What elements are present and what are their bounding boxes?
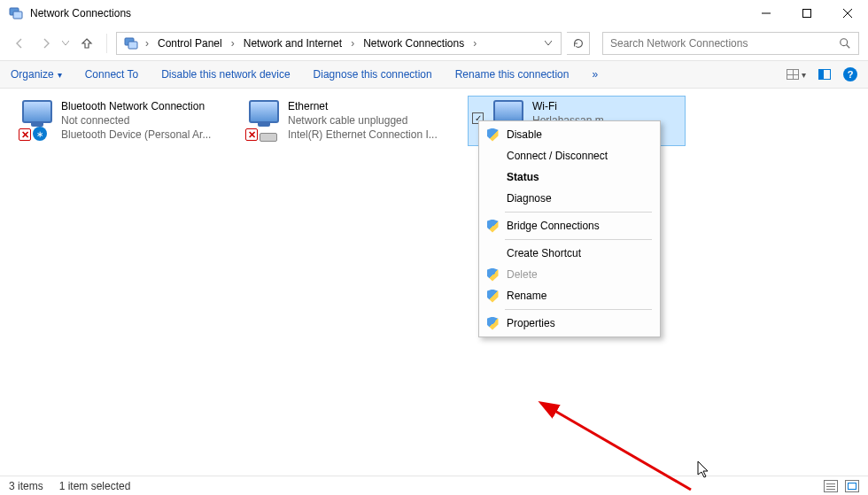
context-menu-item[interactable]: Connect / Disconnect — [482, 145, 657, 166]
shield-icon — [485, 267, 500, 282]
svg-line-9 — [847, 45, 850, 49]
shield-icon — [485, 316, 500, 330]
context-menu-item[interactable]: Disable — [482, 124, 657, 145]
context-menu-label: Diagnose — [507, 192, 552, 205]
connection-name: Wi-Fi — [532, 100, 604, 113]
location-icon — [124, 36, 138, 50]
context-menu-label: Rename — [507, 290, 546, 302]
connections-list: ✕∗Bluetooth Network ConnectionNot connec… — [14, 96, 854, 146]
content-area: ✕∗Bluetooth Network ConnectionNot connec… — [0, 89, 868, 476]
chevron-right-icon[interactable]: › — [142, 37, 152, 50]
context-menu-label: Create Shortcut — [507, 247, 581, 259]
monitor-icon — [249, 100, 279, 123]
separator — [505, 239, 652, 240]
organize-label: Organize — [11, 68, 54, 81]
connection-icon: ✕ — [245, 100, 283, 139]
context-menu-item[interactable]: Rename — [482, 285, 657, 306]
address-bar: › Control Panel › Network and Internet ›… — [0, 27, 868, 60]
connection-name: Ethernet — [288, 100, 438, 113]
context-menu: DisableConnect / DisconnectStatusDiagnos… — [478, 120, 661, 337]
svg-point-8 — [841, 39, 848, 46]
context-menu-item: Delete — [482, 264, 657, 285]
crumb-network-internet[interactable]: Network and Internet — [238, 35, 347, 52]
connection-status: Not connected — [61, 114, 211, 128]
icon-slot — [485, 170, 500, 184]
context-menu-label: Connect / Disconnect — [507, 150, 608, 162]
breadcrumb-dropdown[interactable] — [545, 41, 552, 46]
rename-button[interactable]: Rename this connection — [455, 68, 570, 81]
crumb-network-connections[interactable]: Network Connections — [358, 35, 469, 52]
forward-button[interactable] — [35, 33, 57, 54]
svg-rect-7 — [128, 42, 137, 49]
selection-count: 1 item selected — [59, 480, 131, 492]
close-button[interactable] — [827, 0, 868, 27]
connection-icon: ✕∗ — [19, 100, 56, 139]
context-menu-item[interactable]: Create Shortcut — [482, 243, 657, 264]
breadcrumb[interactable]: › Control Panel › Network and Internet ›… — [116, 32, 562, 55]
chevron-right-icon[interactable]: › — [469, 37, 480, 50]
connection-item[interactable]: ✕EthernetNetwork cable unpluggedIntel(R)… — [241, 96, 459, 146]
monitor-icon — [22, 100, 52, 123]
svg-rect-1 — [13, 12, 22, 19]
large-icons-view-button[interactable] — [845, 480, 859, 492]
diagnose-button[interactable]: Diagnose this connection — [314, 68, 432, 81]
icon-slot — [485, 246, 500, 260]
connection-status: Network cable unplugged — [288, 114, 438, 128]
connection-text: Bluetooth Network ConnectionNot connecte… — [61, 100, 211, 142]
context-menu-label: Disable — [507, 128, 542, 141]
item-count: 3 items — [9, 480, 43, 492]
separator — [505, 212, 652, 213]
status-bar: 3 items 1 item selected — [0, 476, 868, 495]
context-menu-item[interactable]: Diagnose — [482, 188, 657, 209]
search-icon[interactable] — [839, 37, 851, 50]
chevron-right-icon[interactable]: › — [228, 37, 238, 50]
organize-menu[interactable]: Organize▾ — [11, 68, 62, 81]
window-title: Network Connections — [30, 7, 746, 19]
connection-text: EthernetNetwork cable unpluggedIntel(R) … — [288, 100, 438, 142]
bluetooth-icon: ∗ — [33, 127, 47, 141]
svg-rect-3 — [803, 9, 811, 17]
connection-name: Bluetooth Network Connection — [61, 100, 211, 113]
chevron-right-icon[interactable]: › — [347, 37, 358, 50]
connection-device: Intel(R) Ethernet Connection I... — [288, 128, 438, 142]
titlebar: Network Connections — [0, 0, 868, 27]
grid-icon — [787, 69, 799, 80]
separator — [106, 34, 107, 53]
view-options-button[interactable]: ▾ — [787, 69, 806, 80]
search-input[interactable] — [610, 37, 839, 50]
preview-pane-button[interactable] — [818, 69, 831, 80]
context-menu-label: Delete — [507, 268, 538, 281]
shield-icon — [485, 289, 500, 303]
back-button[interactable] — [9, 33, 30, 54]
crumb-control-panel[interactable]: Control Panel — [152, 35, 228, 52]
error-icon: ✕ — [245, 128, 258, 141]
app-icon — [9, 6, 23, 20]
overflow-button[interactable]: » — [592, 68, 598, 81]
maximize-button[interactable] — [787, 0, 827, 27]
details-view-button[interactable] — [824, 480, 838, 492]
connection-device: Bluetooth Device (Personal Ar... — [61, 128, 211, 142]
refresh-button[interactable] — [567, 32, 590, 55]
search-box[interactable] — [602, 32, 859, 55]
help-button[interactable]: ? — [843, 67, 857, 81]
context-menu-label: Properties — [507, 317, 555, 329]
separator — [505, 309, 652, 310]
chevron-down-icon: ▾ — [58, 70, 62, 80]
icon-slot — [485, 191, 500, 205]
pane-icon — [818, 69, 831, 80]
context-menu-label: Bridge Connections — [507, 220, 600, 232]
connection-item[interactable]: ✕∗Bluetooth Network ConnectionNot connec… — [14, 96, 232, 146]
minimize-button[interactable] — [746, 0, 787, 27]
icon-slot — [485, 149, 500, 163]
chevron-down-icon: ▾ — [802, 70, 806, 80]
context-menu-item[interactable]: Bridge Connections — [482, 215, 657, 236]
up-button[interactable] — [76, 33, 97, 54]
shield-icon — [485, 128, 500, 142]
history-dropdown[interactable] — [62, 41, 71, 46]
connect-to-button[interactable]: Connect To — [85, 68, 139, 81]
window-controls — [746, 0, 868, 27]
context-menu-item[interactable]: Status — [482, 166, 657, 188]
ethernet-plug-icon — [260, 133, 277, 142]
context-menu-item[interactable]: Properties — [482, 313, 657, 334]
disable-device-button[interactable]: Disable this network device — [161, 68, 290, 81]
